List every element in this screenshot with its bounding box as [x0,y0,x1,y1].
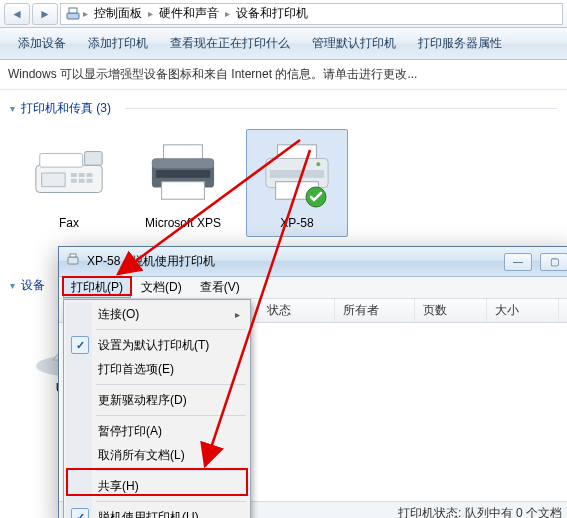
menu-printer[interactable]: 打印机(P) [63,277,131,298]
address-bar: ◄ ► ▸ 控制面板 ▸ 硬件和声音 ▸ 设备和打印机 [0,0,567,28]
nav-forward-button[interactable]: ► [32,3,58,25]
svg-rect-9 [71,179,77,183]
svg-rect-7 [79,173,85,177]
crumb-hardware-sound[interactable]: 硬件和声音 [155,3,223,24]
col-size[interactable]: 大小 [487,299,559,322]
menu-separator [96,384,246,385]
divider [125,108,557,109]
printer-icon [135,134,231,212]
chevron-right-icon: ▸ [225,8,230,19]
menu-cancel-all[interactable]: 取消所有文档(L) [66,443,248,467]
manage-default-button[interactable]: 管理默认打印机 [302,31,406,56]
svg-rect-12 [164,145,203,161]
menu-share[interactable]: 共享(H) [66,474,248,498]
col-status[interactable]: 状态 [259,299,335,322]
menu-use-offline[interactable]: ✓脱机使用打印机(U) [66,505,248,518]
svg-rect-5 [42,173,65,187]
menu-view[interactable]: 查看(V) [192,277,248,298]
svg-point-21 [316,162,320,166]
default-check-icon [305,186,327,208]
crumb-devices-printers[interactable]: 设备和打印机 [232,3,312,24]
svg-rect-10 [79,179,85,183]
device-label: Microsoft XPS [135,216,231,232]
printer-queue-window: XP-58 - 脱机使用打印机 — ▢ 打印机(P) 文档(D) 查看(V) 文… [58,246,567,518]
svg-rect-6 [71,173,77,177]
menu-separator [96,470,246,471]
add-printer-button[interactable]: 添加打印机 [78,31,158,56]
device-label: XP-58 [249,216,345,232]
submenu-arrow-icon: ▸ [235,309,240,320]
menu-separator [96,501,246,502]
menu-bar: 打印机(P) 文档(D) 查看(V) [59,277,567,299]
info-bar[interactable]: Windows 可以显示增强型设备图标和来自 Internet 的信息。请单击进… [0,60,567,90]
devices-icon [65,6,81,22]
printer-icon [249,134,345,212]
window-title: XP-58 - 脱机使用打印机 [87,253,215,270]
svg-rect-11 [87,179,93,183]
svg-rect-15 [162,182,205,199]
svg-rect-4 [85,152,103,166]
chevron-right-icon: ▸ [148,8,153,19]
breadcrumb[interactable]: ▸ 控制面板 ▸ 硬件和声音 ▸ 设备和打印机 [60,3,563,25]
col-owner[interactable]: 所有者 [335,299,415,322]
collapse-arrow-icon: ▾ [10,280,15,291]
section-title: 打印机和传真 (3) [21,100,111,117]
nav-back-button[interactable]: ◄ [4,3,30,25]
svg-rect-25 [70,254,76,257]
status-text: 打印机状态: 队列中有 0 个文档 [398,505,562,518]
crumb-control-panel[interactable]: 控制面板 [90,3,146,24]
device-row: Fax Microsoft XPS [10,121,557,249]
svg-rect-24 [68,257,78,264]
info-text: Windows 可以显示增强型设备图标和来自 Internet 的信息。请单击进… [8,66,417,83]
menu-set-default[interactable]: ✓设置为默认打印机(T) [66,333,248,357]
col-pages[interactable]: 页数 [415,299,487,322]
menu-connect[interactable]: 连接(O)▸ [66,302,248,326]
svg-rect-0 [67,13,79,19]
minimize-button[interactable]: — [504,253,532,271]
svg-rect-1 [69,8,77,13]
svg-rect-20 [270,170,324,178]
menu-document[interactable]: 文档(D) [133,277,190,298]
menu-pause-printing[interactable]: 暂停打印(A) [66,419,248,443]
svg-rect-14 [152,158,214,168]
command-bar: 添加设备 添加打印机 查看现在正在打印什么 管理默认打印机 打印服务器属性 [0,28,567,60]
printer-menu-dropdown: 连接(O)▸ ✓设置为默认打印机(T) 打印首选项(E) 更新驱动程序(D) 暂… [63,299,251,518]
menu-separator [96,329,246,330]
svg-rect-8 [87,173,93,177]
device-xp-58[interactable]: XP-58 [246,129,348,237]
fax-icon [21,134,117,212]
check-icon: ✓ [71,508,89,518]
check-icon: ✓ [71,336,89,354]
printer-icon [65,252,81,271]
chevron-right-icon: ▸ [83,8,88,19]
svg-rect-3 [40,154,83,168]
collapse-arrow-icon: ▾ [10,103,15,114]
device-label: Fax [21,216,117,232]
section-printers-fax[interactable]: ▾ 打印机和传真 (3) [10,96,557,121]
add-device-button[interactable]: 添加设备 [8,31,76,56]
menu-printing-prefs[interactable]: 打印首选项(E) [66,357,248,381]
device-microsoft-xps[interactable]: Microsoft XPS [132,129,234,237]
menu-update-driver[interactable]: 更新驱动程序(D) [66,388,248,412]
window-titlebar[interactable]: XP-58 - 脱机使用打印机 — ▢ [59,247,567,277]
see-printing-button[interactable]: 查看现在正在打印什么 [160,31,300,56]
menu-separator [96,415,246,416]
device-fax[interactable]: Fax [18,129,120,237]
maximize-button[interactable]: ▢ [540,253,567,271]
server-props-button[interactable]: 打印服务器属性 [408,31,512,56]
svg-rect-16 [156,170,210,178]
section-title: 设备 [21,277,45,294]
